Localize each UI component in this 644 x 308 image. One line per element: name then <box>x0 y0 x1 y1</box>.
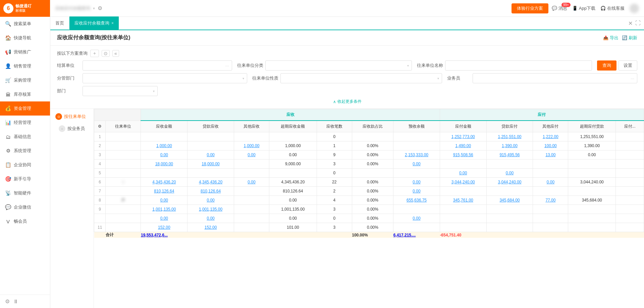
finance-icon: 💰 <box>5 105 11 112</box>
cell-ar_prepay[interactable]: 0.00 <box>393 214 440 223</box>
filter-add-button[interactable]: ＋ <box>90 50 99 57</box>
refresh-button[interactable]: 🔄 刷新 <box>622 35 637 41</box>
sidebar-item-coop[interactable]: 📋 企业协同 <box>0 158 50 172</box>
tab-close-icon[interactable]: × <box>111 21 114 26</box>
sidebar-item-operations[interactable]: 📊 经营管理 <box>0 116 50 130</box>
partner-nature-input[interactable]: ▾ <box>280 73 442 83</box>
settlement-input[interactable]: ··· <box>83 60 232 71</box>
cell-ap_loan[interactable]: 915,495.56 <box>486 150 533 160</box>
sidebar-item-search[interactable]: 🔍 搜索菜单 <box>0 17 50 31</box>
window-close-icon[interactable]: ✕ <box>628 20 633 27</box>
partner-name-input[interactable] <box>445 60 592 71</box>
cell-ar_loan[interactable]: 18,000.00 <box>187 160 234 169</box>
cell-ar_other[interactable]: 0.00 <box>234 150 269 160</box>
cell-ar_loan[interactable]: 1,001,135.00 <box>187 205 234 214</box>
cell-ap_loan[interactable]: 3,044,240.00 <box>486 178 533 187</box>
cell-ar_loan[interactable]: 810,126.64 <box>187 187 234 196</box>
sidebar-item-marketing[interactable]: 📢 营销推广 <box>0 45 50 59</box>
sidebar-item-hardware[interactable]: 📡 智能硬件 <box>0 186 50 200</box>
filter-collapse-button[interactable]: « <box>112 50 119 57</box>
query-button[interactable]: 查询 <box>597 60 616 71</box>
sidebar-collapse-icon[interactable]: ⏸ <box>13 299 18 305</box>
cell-ar_prepay[interactable]: 0.00 <box>393 178 440 187</box>
sidebar-item-quicknav[interactable]: 🏠 快捷导航 <box>0 31 50 45</box>
sidebar-item-sales[interactable]: 👤 销售管理 <box>0 59 50 73</box>
cell-ar_overdue: 0.00 <box>269 214 317 223</box>
total-ar-amount[interactable]: 19,553,472,6... <box>141 232 187 238</box>
cell-ap_amount[interactable]: 1,490.00 <box>440 141 486 150</box>
sidebar-item-purchase[interactable]: 🛒 采购管理 <box>0 73 50 87</box>
setting-button[interactable]: 设置 <box>619 60 637 71</box>
cell-ap_amount[interactable]: 915,508.56 <box>440 150 486 160</box>
department-input[interactable]: ▾ <box>83 86 158 96</box>
total-label: 合计 <box>106 232 141 238</box>
sidebar-item-wechat[interactable]: 💬 企业微信 <box>0 200 50 214</box>
sidebar-item-inventory[interactable]: 🏛 库存核算 <box>0 87 50 101</box>
cell-ar_loan[interactable]: 0.00 <box>187 150 234 160</box>
cell-ap_loan[interactable]: 0.00 <box>486 169 533 178</box>
cell-ap_other <box>533 205 568 214</box>
table-row: 21,000.001,000.001,000.0010.00%1,490.001… <box>94 141 644 150</box>
cell-ap_other[interactable]: 100.00 <box>533 141 568 150</box>
cell-ap_loan[interactable]: 345,684.00 <box>486 196 533 205</box>
cell-ar_prepay[interactable]: 0.00 <box>393 187 440 196</box>
cell-ar_amount[interactable]: 810,126.64 <box>141 187 187 196</box>
sidebar-item-system[interactable]: ⚙ 系统管理 <box>0 144 50 158</box>
total-ar-prepay[interactable]: 6,417,215.... <box>393 232 440 238</box>
cell-ar_amount[interactable]: 18,000.00 <box>141 160 187 169</box>
filter-label: 按以下方案查询 <box>57 50 88 56</box>
cell-ar_prepay <box>393 223 440 232</box>
settings-icon[interactable]: ⚙ <box>5 298 10 305</box>
cell-ar_amount[interactable]: 4,345,436.20 <box>141 178 187 187</box>
cell-ar_other[interactable]: 0.00 <box>234 178 269 187</box>
cell-ar_loan[interactable]: 4,345,436.20 <box>187 178 234 187</box>
cell-ap_loan[interactable]: 1,251,551.00 <box>486 132 533 141</box>
cell-ar_other[interactable]: 1,000.00 <box>234 141 269 150</box>
sidebar-item-guide[interactable]: 🎯 新手引导 <box>0 172 50 186</box>
cell-ar_amount[interactable]: 0.00 <box>141 214 187 223</box>
query-option-partner[interactable]: ⊙ 按往来单位 <box>50 111 94 123</box>
cell-ar_prepay[interactable]: 0.00 <box>393 160 440 169</box>
cell-ar_loan[interactable]: 0.00 <box>187 214 234 223</box>
cell-ap_amount[interactable]: 0.00 <box>440 169 486 178</box>
cell-ar_loan[interactable]: 0.00 <box>187 196 234 205</box>
table-row: 30.000.000.000.0090.00%2,153,333.00915,5… <box>94 150 644 160</box>
cell-ar_amount[interactable]: 152.00 <box>141 223 187 232</box>
export-button[interactable]: 📤 导出 <box>603 35 619 41</box>
cell-ap_loan[interactable]: 1,390.00 <box>486 141 533 150</box>
collapse-more-button[interactable]: ∧ 收起更多条件 <box>333 99 362 104</box>
sidebar-item-basic[interactable]: 🗂 基础信息 <box>0 130 50 144</box>
cell-ap_other[interactable]: 1,222.00 <box>533 132 568 141</box>
cell-ar_amount[interactable]: 1,001,135.00 <box>141 205 187 214</box>
cell-ap_other[interactable]: 77.00 <box>533 196 568 205</box>
trial-button[interactable]: 体验行业方案 <box>512 3 548 13</box>
cell-ar_loan[interactable]: 152.00 <box>187 223 234 232</box>
salesperson-input[interactable]: ··· <box>473 73 637 83</box>
cell-ar_amount[interactable]: 0.00 <box>141 196 187 205</box>
table-header-settings[interactable]: ⚙ <box>94 121 106 132</box>
dept-input[interactable]: ▾ <box>83 73 247 83</box>
tab-home[interactable]: 首页 <box>50 16 69 30</box>
sidebar-item-finance[interactable]: 💰 资金管理 <box>0 101 50 116</box>
user-avatar[interactable] <box>630 4 639 13</box>
cell-ar_amount[interactable]: 1,000.00 <box>141 141 187 150</box>
query-option-salesperson[interactable]: ○ 按业务员 <box>50 123 94 135</box>
message-button[interactable]: 💬 消息 99+ <box>552 5 567 11</box>
filter-options-button[interactable]: ⊙ <box>102 50 110 57</box>
cell-ar_amount[interactable]: 0.00 <box>141 150 187 160</box>
cell-ar_prepay[interactable]: 2,153,333.00 <box>393 150 440 160</box>
window-maximize-icon[interactable]: ⛶ <box>635 20 641 26</box>
header-gear-icon[interactable]: ⚙ <box>98 5 102 11</box>
cell-ap_amount[interactable]: 1,252,773.00 <box>440 132 486 141</box>
cell-ap_amount[interactable]: 345,761.00 <box>440 196 486 205</box>
cell-ar_prepay[interactable]: 655,636.75 <box>393 196 440 205</box>
sidebar-item-vip[interactable]: V 畅会员 <box>0 214 50 228</box>
partner-type-input[interactable]: ▾ <box>265 60 412 71</box>
cell-ap_other[interactable]: 0.00 <box>533 178 568 187</box>
cell-ap_amount[interactable]: 3,044,240.00 <box>440 178 486 187</box>
table-wrapper[interactable]: 应收 应付 ⚙ 往来单位 应收金额 贷款应收 其他应收 超期应收金额 应收笔数 <box>94 109 644 308</box>
tab-arquery[interactable]: 应收应付余额查询 × <box>69 16 119 30</box>
app-download-button[interactable]: 📱 App下载 <box>572 5 595 11</box>
cell-ap_other[interactable]: 13.00 <box>533 150 568 160</box>
online-service-button[interactable]: 🎧 在线客服 <box>600 5 625 11</box>
